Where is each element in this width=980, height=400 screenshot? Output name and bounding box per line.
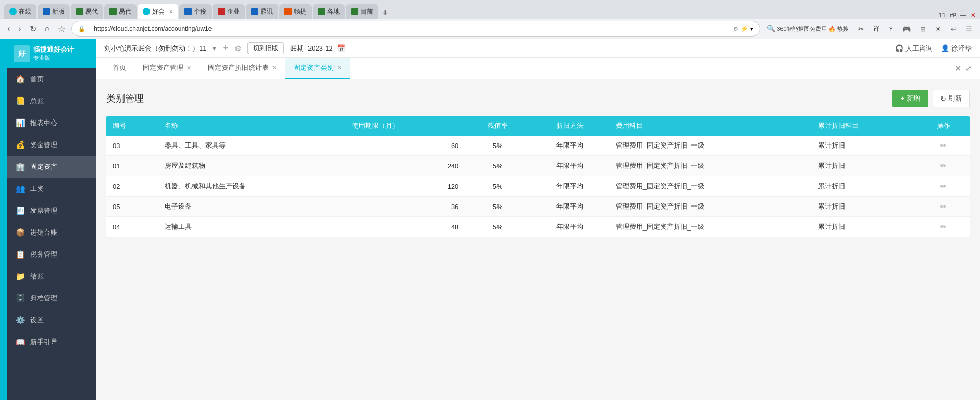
- browser-tab-10[interactable]: 目前: [346, 4, 378, 19]
- funds-icon: 💰: [16, 140, 25, 150]
- grid-btn[interactable]: ⊞: [917, 24, 928, 34]
- page-tabs: 首页 固定资产管理 ✕ 固定资产折旧统计表 ✕ 固定资产类别 ✕ ✕ ⤢: [96, 58, 980, 79]
- dropdown-icon[interactable]: ▾: [750, 26, 753, 32]
- home-button[interactable]: ⌂: [43, 23, 52, 34]
- sidebar-item-ledger[interactable]: 📒 总账: [7, 90, 96, 112]
- menu-btn[interactable]: ☰: [963, 24, 975, 34]
- page-tab-depreciation-label: 固定资产折旧统计表: [208, 63, 269, 72]
- app-topbar: 刘小艳演示账套（勿删勿动！）11 ▾ + ⚙ 切到旧版 账期 2023-12 📅…: [96, 39, 980, 58]
- edit-icon[interactable]: ✏: [940, 202, 947, 211]
- cell-action: ✏: [917, 197, 970, 217]
- sidebar-item-fixed-assets[interactable]: 🏢 固定资产: [7, 156, 96, 178]
- home-icon: 🏠: [16, 75, 25, 84]
- dropdown-arrow[interactable]: ▾: [213, 44, 216, 52]
- browser-tab-3[interactable]: 易代: [104, 4, 137, 19]
- sidebar-item-inventory[interactable]: 📦 进销台账: [7, 222, 96, 244]
- reload-button[interactable]: ↻: [28, 23, 39, 35]
- cell-code: 04: [106, 217, 158, 237]
- window-restore-btn[interactable]: 🗗: [950, 11, 956, 19]
- page-tab-category[interactable]: 固定资产类别 ✕: [285, 58, 350, 79]
- tab-label-4: 好会: [152, 7, 165, 16]
- edit-icon[interactable]: ✏: [940, 182, 947, 190]
- cell-period: 36: [345, 197, 465, 217]
- page-tab-asset-mgmt[interactable]: 固定资产管理 ✕: [134, 58, 200, 79]
- browser-tab-2[interactable]: 易代: [71, 4, 103, 19]
- sidebar-item-closing[interactable]: 📁 结账: [7, 265, 96, 287]
- browser-tab-0[interactable]: 在线: [4, 4, 36, 19]
- cell-period: 240: [345, 156, 465, 176]
- page-tab-category-close[interactable]: ✕: [337, 65, 342, 71]
- cell-residual: 5%: [465, 136, 530, 156]
- window-close-btn[interactable]: ✕: [971, 11, 976, 19]
- tab-label-10: 目前: [361, 7, 373, 16]
- sidebar-item-settings[interactable]: ⚙️ 设置: [7, 309, 96, 331]
- page-tab-depreciation[interactable]: 固定资产折旧统计表 ✕: [200, 58, 285, 79]
- search-btn[interactable]: 🔍 360智能抠图免费用 🔥 热搜: [764, 23, 851, 34]
- fixed-assets-icon: 🏢: [16, 162, 25, 172]
- translate-btn[interactable]: 译: [871, 23, 883, 34]
- cell-code: 01: [106, 156, 158, 176]
- browser-tab-6[interactable]: 企业: [213, 4, 245, 19]
- browser-tab-7[interactable]: 腾讯: [246, 4, 278, 19]
- sidebar-item-funds[interactable]: 💰 资金管理: [7, 134, 96, 156]
- col-accum: 累计折旧科目: [812, 116, 918, 136]
- scissors-btn[interactable]: ✂: [855, 24, 866, 34]
- undo-btn[interactable]: ↩: [948, 24, 959, 34]
- tab-expand-btn[interactable]: ⤢: [965, 64, 972, 72]
- page-tab-asset-mgmt-close[interactable]: ✕: [187, 65, 191, 71]
- browser-tab-1[interactable]: 新版: [38, 4, 70, 19]
- cell-expense: 管理费用_固定资产折旧_一级: [610, 217, 812, 237]
- sidebar-item-guide[interactable]: 📖 新手引导: [7, 331, 96, 353]
- settings-gear-btn[interactable]: ⚙: [234, 44, 241, 53]
- sidebar-item-home[interactable]: 🏠 首页: [7, 68, 96, 90]
- address-bar: ‹ › ↻ ⌂ ☆ 🔒 ⚙ ⚡ ▾ 🔍 360智能抠图免费用 🔥 热搜 ✂ 译 …: [0, 19, 980, 39]
- sidebar-item-reports[interactable]: 📊 报表中心: [7, 112, 96, 134]
- table-row: 02 机器、机械和其他生产设备 120 5% 年限平均 管理费用_固定资产折旧_…: [106, 176, 970, 197]
- left-accent: [0, 39, 7, 400]
- edit-icon[interactable]: ✏: [940, 141, 947, 150]
- sidebar: 好 畅捷通好会计 专业版 🏠 首页 📒 总账 📊 报表中心 💰: [7, 39, 96, 400]
- browser-tab-8[interactable]: 畅提: [279, 4, 312, 19]
- header-actions: + 新增 ↻ 刷新: [892, 90, 970, 107]
- page-tab-home[interactable]: 首页: [104, 58, 134, 79]
- add-account-btn[interactable]: +: [222, 43, 228, 54]
- calendar-icon[interactable]: 📅: [337, 44, 345, 52]
- cell-accum: 累计折旧: [812, 176, 918, 197]
- tab-label-1: 新版: [52, 7, 65, 16]
- browser-tab-9[interactable]: 各地: [313, 4, 345, 19]
- window-minimize-btn[interactable]: 11: [939, 11, 946, 19]
- page-tab-depreciation-close[interactable]: ✕: [272, 65, 277, 71]
- sidebar-label-ledger: 总账: [30, 96, 44, 106]
- bookmark-button[interactable]: ☆: [56, 23, 67, 35]
- user-avatar[interactable]: 👤 徐泽华: [941, 44, 972, 53]
- brightness-btn[interactable]: ☀: [933, 24, 944, 34]
- game-btn[interactable]: 🎮: [900, 24, 913, 34]
- customer-service-btn[interactable]: 🎧 人工咨询: [895, 44, 933, 53]
- add-button[interactable]: + 新增: [892, 90, 928, 107]
- col-method: 折旧方法: [530, 116, 610, 136]
- window-maximize-btn[interactable]: —: [960, 11, 966, 19]
- sidebar-item-payroll[interactable]: 👥 工资: [7, 178, 96, 200]
- edit-icon[interactable]: ✏: [940, 162, 947, 170]
- browser-tab-5[interactable]: 个税: [179, 4, 212, 19]
- switch-version-btn[interactable]: 切到旧版: [247, 42, 284, 54]
- sidebar-item-invoice[interactable]: 🧾 发票管理: [7, 200, 96, 222]
- sidebar-label-closing: 结账: [30, 272, 44, 281]
- browser-tab-4[interactable]: 好会 ✕: [138, 4, 178, 19]
- tab-close-icon-4[interactable]: ✕: [169, 9, 173, 15]
- refresh-icon: ↻: [940, 95, 946, 103]
- cell-name: 运输工具: [158, 217, 345, 237]
- currency-btn[interactable]: ¥: [887, 24, 896, 34]
- back-button[interactable]: ‹: [5, 23, 12, 34]
- refresh-button[interactable]: ↻ 刷新: [933, 90, 970, 107]
- address-input[interactable]: [88, 23, 730, 34]
- sidebar-item-tax[interactable]: 📋 税务管理: [7, 244, 96, 265]
- ledger-icon: 📒: [16, 96, 25, 106]
- new-tab-button[interactable]: +: [379, 8, 391, 19]
- period-label: 账期: [290, 44, 304, 53]
- tab-close-window-btn[interactable]: ✕: [954, 64, 961, 74]
- cell-period: 60: [345, 136, 465, 156]
- forward-button[interactable]: ›: [16, 23, 23, 34]
- edit-icon[interactable]: ✏: [940, 223, 947, 231]
- sidebar-item-archive[interactable]: 🗄️ 归档管理: [7, 287, 96, 309]
